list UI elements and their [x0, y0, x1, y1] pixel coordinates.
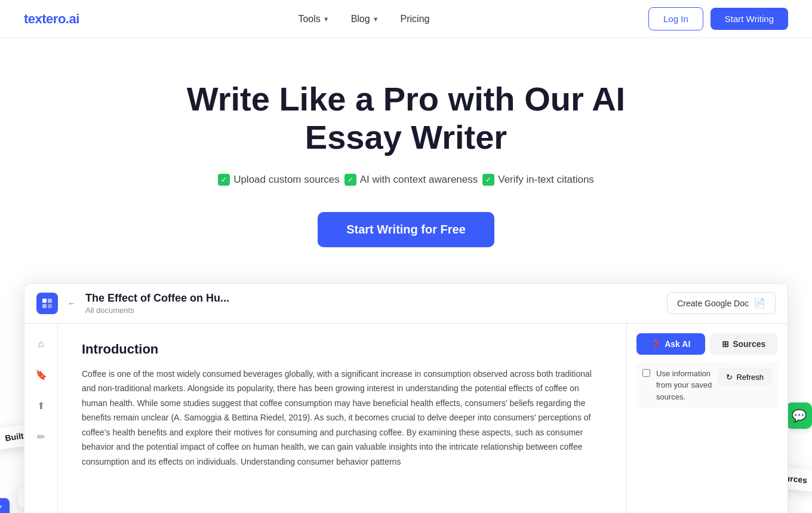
feature-2: ✓ AI with context awareness: [345, 174, 478, 186]
svg-rect-3: [48, 304, 52, 308]
svg-rect-2: [42, 304, 47, 308]
nav-blog-label: Blog: [351, 14, 370, 24]
feature-1-text: Upload custom sources: [233, 174, 340, 186]
app-doc-title: The Effect of Coffee on Hu...: [85, 292, 229, 305]
doc-intro-heading: Introduction: [82, 342, 602, 357]
nav-pricing-label: Pricing: [401, 14, 430, 24]
panel-tabs: ❓ Ask AI ⊞ Sources: [636, 333, 778, 355]
sidebar-edit-icon[interactable]: ✏: [33, 429, 50, 446]
sources-icon: ⊞: [722, 339, 729, 349]
ask-ai-label: Ask AI: [665, 339, 690, 349]
app-preview-mockup: ← The Effect of Coffee on Hu... All docu…: [24, 283, 788, 513]
hero-title: Write Like a Pro with Our AI Essay Write…: [149, 80, 663, 157]
source-option-text: Use information from your saved sources.: [656, 368, 712, 403]
create-gdoc-button[interactable]: Create Google Doc 📄: [667, 292, 776, 314]
doc-intro-text: Coffee is one of the most widely consume…: [82, 367, 602, 469]
gdoc-icon: 📄: [753, 297, 765, 309]
app-body: ⌂ 🔖 ⬆ ✏ Introduction Coffee is one of th…: [24, 324, 788, 513]
check-badge-icon: ✓: [0, 498, 10, 513]
refresh-label: Refresh: [736, 373, 764, 382]
feature-2-text: AI with context awareness: [360, 174, 478, 186]
cta-button[interactable]: Start Writing for Free: [318, 212, 494, 247]
app-sidebar: ⌂ 🔖 ⬆ ✏: [24, 324, 58, 513]
feature-3-text: Verify in-text citations: [498, 174, 594, 186]
svg-rect-0: [42, 299, 47, 303]
app-back-button[interactable]: ←: [67, 299, 76, 308]
checkmark-icon-1: ✓: [218, 174, 230, 186]
app-doc-breadcrumb: All documents: [85, 306, 229, 315]
nav-right: Log In Start Writing: [648, 7, 788, 30]
back-arrow-icon: ←: [67, 299, 76, 308]
checkmark-icon-3: ✓: [482, 174, 494, 186]
ai-icon: ❓: [651, 339, 661, 349]
app-document-content: Introduction Coffee is one of the most w…: [58, 324, 626, 513]
chat-bubble-icon: 💬: [786, 403, 812, 429]
source-checkbox[interactable]: [642, 369, 650, 377]
app-doc-info: The Effect of Coffee on Hu... All docume…: [85, 292, 229, 315]
svg-rect-1: [48, 299, 52, 303]
tools-chevron-icon: ▼: [323, 16, 330, 23]
app-right-panel: ❓ Ask AI ⊞ Sources Use information from …: [626, 324, 788, 513]
login-button[interactable]: Log In: [648, 7, 703, 30]
gdoc-label: Create Google Doc: [677, 299, 749, 308]
app-top-bar: ← The Effect of Coffee on Hu... All docu…: [24, 284, 788, 324]
hero-features: ✓ Upload custom sources ✓ AI with contex…: [218, 174, 594, 186]
checkmark-icon-2: ✓: [345, 174, 356, 186]
start-writing-nav-button[interactable]: Start Writing: [710, 8, 788, 30]
hero-section: Write Like a Pro with Our AI Essay Write…: [0, 38, 812, 283]
logo-text: textero.ai: [24, 11, 79, 27]
sidebar-home-icon[interactable]: ⌂: [33, 336, 50, 352]
app-logo-icon: [36, 293, 58, 314]
feature-1: ✓ Upload custom sources: [218, 174, 340, 186]
refresh-icon: ↻: [726, 373, 733, 382]
ask-ai-tab[interactable]: ❓ Ask AI: [636, 333, 705, 355]
nav-tools[interactable]: Tools ▼: [298, 14, 329, 24]
sidebar-bookmark-icon[interactable]: 🔖: [33, 367, 50, 383]
panel-source-option: Use information from your saved sources.…: [636, 362, 778, 409]
nav-center: Tools ▼ Blog ▼ Pricing: [298, 14, 429, 24]
sources-tab[interactable]: ⊞ Sources: [710, 333, 779, 355]
sidebar-upload-icon[interactable]: ⬆: [33, 398, 50, 414]
nav-tools-label: Tools: [298, 14, 320, 24]
logo[interactable]: textero.ai: [24, 11, 79, 27]
preview-section: Built-in AI detector Safe for academic s…: [0, 283, 812, 513]
sources-label: Sources: [733, 339, 765, 349]
refresh-button[interactable]: ↻ Refresh: [718, 368, 772, 386]
navbar: textero.ai Tools ▼ Blog ▼ Pricing Log In…: [0, 0, 812, 38]
feature-3: ✓ Verify in-text citations: [482, 174, 594, 186]
nav-blog[interactable]: Blog ▼: [351, 14, 379, 24]
nav-pricing[interactable]: Pricing: [401, 14, 430, 24]
blog-chevron-icon: ▼: [373, 16, 379, 23]
